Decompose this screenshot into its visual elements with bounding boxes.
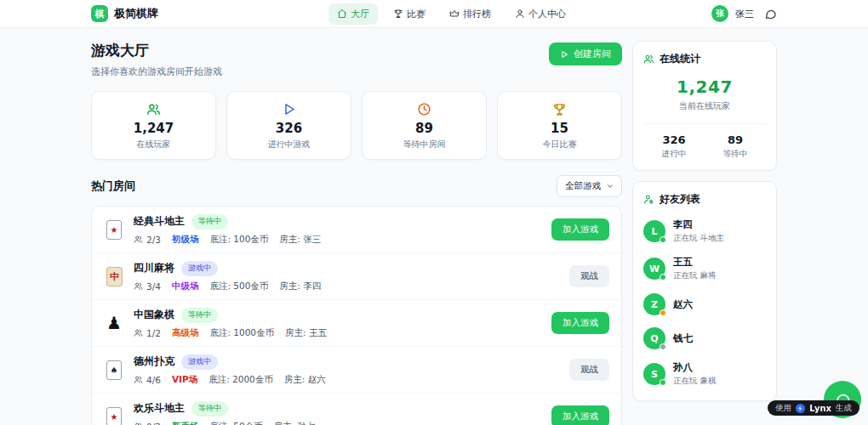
join-game-button[interactable]: 加入游戏: [551, 218, 609, 241]
trophy-icon: [393, 8, 403, 19]
lynx-generated-badge[interactable]: 使用 Lynx 生成: [768, 400, 859, 416]
nav-item-lobby[interactable]: 大厅: [328, 3, 378, 25]
room-level: VIP场: [172, 374, 197, 386]
friend-status: 正在玩 象棋: [673, 376, 717, 387]
friend-name: 李四: [673, 218, 724, 231]
presence-dot: [660, 309, 666, 316]
app-title: 极简棋牌: [114, 6, 158, 21]
room-name: 欢乐斗地主: [134, 401, 185, 416]
online-stats-panel: 在线统计 1,247 当前在线玩家 326 进行中 89 等待中: [632, 41, 777, 171]
player-count: 4/6: [146, 375, 161, 385]
status-badge: 等待中: [181, 308, 218, 323]
friend-status: 正在玩 麻将: [673, 270, 717, 281]
stat-label: 进行中游戏: [227, 139, 351, 150]
room-host: 房主: 李四: [279, 280, 321, 292]
brand[interactable]: 棋 极简棋牌: [91, 5, 158, 22]
play-icon: [560, 50, 568, 59]
status-badge: 等待中: [191, 214, 228, 230]
player-count: 2/3: [146, 235, 161, 245]
room-stake: 底注: 50金币: [209, 421, 262, 425]
room-host: 房主: 张三: [279, 234, 321, 246]
friend-item[interactable]: S 孙八 正在玩 象棋: [643, 361, 766, 387]
stat-value: 15: [498, 121, 621, 136]
players-icon: [134, 422, 143, 425]
room-row: 中 四川麻将 游戏中 3/4 中级场 底注: 500金币 房主: 李四 观战: [92, 253, 621, 300]
room-stake: 底注: 100金币: [209, 234, 268, 246]
friend-name: 钱七: [673, 332, 693, 345]
friend-item[interactable]: Z 赵六: [643, 293, 766, 315]
friend-status: 正在玩 斗地主: [673, 233, 724, 244]
stat-label: 今日比赛: [498, 139, 621, 150]
room-level: 高级场: [172, 327, 199, 339]
friend-item[interactable]: Q 钱七: [643, 327, 766, 349]
stat-label: 等待中房间: [363, 139, 486, 150]
presence-dot: [660, 379, 666, 386]
create-room-button[interactable]: 创建房间: [549, 42, 622, 65]
stat-card-waiting-rooms: 89 等待中房间: [362, 91, 487, 160]
room-row: ★ 经典斗地主 等待中 2/3 初级场 底注: 100金币 房主: 张三 加入游…: [92, 207, 621, 253]
nav-item-leaderboard[interactable]: 排行榜: [441, 3, 500, 25]
player-count: 3/4: [146, 281, 161, 292]
in-progress-count: 326: [643, 133, 705, 146]
waiting-label: 等待中: [705, 149, 766, 160]
room-host: 房主: 孙七: [274, 421, 316, 425]
room-host: 房主: 王五: [285, 327, 327, 339]
room-row: ♠ 德州扑克 游戏中 4/6 VIP场 底注: 2000金币 房主: 赵六 观战: [92, 347, 621, 394]
lynx-logo-icon: [796, 404, 805, 413]
chat-bubble-icon[interactable]: [764, 8, 777, 20]
mahjong-tile-icon: 中: [106, 267, 123, 286]
stat-card-online-players: 1,247 在线玩家: [91, 91, 216, 160]
app-logo: 棋: [91, 5, 108, 22]
top-navbar: 棋 极简棋牌 大厅 比赛 排行榜 个人中心 张 张三: [0, 0, 868, 28]
room-name: 中国象棋: [134, 308, 174, 322]
person-icon: [515, 8, 525, 19]
users-icon: [643, 54, 654, 65]
page-subtitle: 选择你喜欢的游戏房间开始游戏: [91, 65, 222, 78]
room-level: 中级场: [172, 280, 199, 292]
game-filter-select[interactable]: 全部游戏: [557, 175, 622, 197]
room-row: ♟ 中国象棋 等待中 1/2 高级场 底注: 1000金币 房主: 王五 加入游…: [92, 300, 621, 347]
friend-icon: [643, 194, 654, 205]
home-icon: [337, 8, 347, 19]
room-list: ★ 经典斗地主 等待中 2/3 初级场 底注: 100金币 房主: 张三 加入游…: [91, 206, 622, 425]
join-game-button[interactable]: 加入游戏: [551, 405, 609, 425]
waiting-count: 89: [705, 133, 766, 146]
players-icon: [134, 375, 143, 384]
chess-pawn-icon: ♟: [104, 313, 124, 333]
friend-item[interactable]: W 王五 正在玩 麻将: [643, 256, 766, 281]
panel-title: 在线统计: [660, 52, 700, 66]
user-avatar[interactable]: 张: [711, 5, 728, 22]
clock-icon: [363, 102, 486, 116]
joker-card-icon: ★: [106, 407, 122, 425]
join-game-button[interactable]: 加入游戏: [551, 312, 609, 334]
spectate-button[interactable]: 观战: [569, 265, 609, 287]
crown-icon: [449, 8, 460, 19]
status-badge: 游戏中: [181, 261, 218, 276]
nav-item-label: 比赛: [407, 8, 425, 20]
spectate-button[interactable]: 观战: [569, 359, 609, 381]
friends-panel: 好友列表 L 李四 正在玩 斗地主 W 王五 正在玩 麻将 Z 赵六: [632, 181, 777, 401]
stat-value: 326: [227, 121, 351, 136]
room-row: ★ 欢乐斗地主 等待中 0/3 新手场 底注: 50金币 房主: 孙七 加入游戏: [92, 394, 621, 425]
player-count: 0/3: [146, 422, 161, 425]
friend-name: 赵六: [673, 298, 693, 311]
users-icon: [92, 102, 215, 116]
room-stake: 底注: 1000金币: [209, 327, 274, 339]
stat-value: 1,247: [92, 121, 215, 136]
player-count: 1/2: [146, 328, 161, 338]
nav-item-matches[interactable]: 比赛: [385, 3, 434, 25]
nav-item-label: 大厅: [351, 8, 369, 20]
room-level: 新手场: [172, 421, 199, 425]
players-icon: [134, 328, 143, 337]
nav-item-profile[interactable]: 个人中心: [506, 3, 574, 25]
friend-item[interactable]: L 李四 正在玩 斗地主: [643, 218, 766, 244]
stat-card-active-games: 326 进行中游戏: [226, 91, 351, 160]
stat-label: 在线玩家: [92, 139, 215, 150]
players-icon: [134, 235, 143, 244]
main-nav: 大厅 比赛 排行榜 个人中心: [328, 3, 574, 25]
stats-row: 1,247 在线玩家 326 进行中游戏 89 等待中房间 15 今日比赛: [91, 91, 622, 160]
room-host: 房主: 赵六: [284, 374, 326, 386]
stat-card-today-matches: 15 今日比赛: [497, 91, 622, 160]
room-level: 初级场: [172, 234, 199, 246]
in-progress-label: 进行中: [643, 149, 705, 160]
